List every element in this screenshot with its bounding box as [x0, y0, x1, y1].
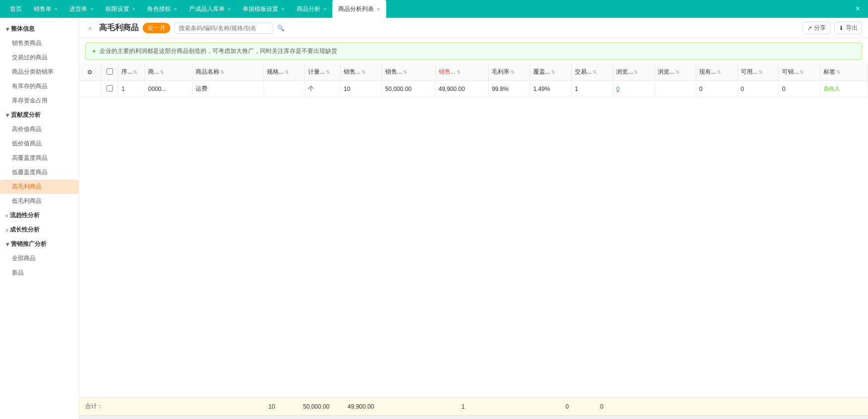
close-icon[interactable]: ×	[228, 6, 231, 12]
settings-column-header[interactable]: ⚙	[79, 64, 101, 81]
sort-icon: ⇅	[836, 69, 840, 75]
close-icon[interactable]: ×	[132, 6, 135, 12]
sidebar-item-high-value[interactable]: 高价值商品	[0, 122, 79, 137]
window-close-button[interactable]: ×	[852, 4, 864, 13]
close-icon[interactable]: ×	[54, 6, 57, 12]
row-views1[interactable]: 0	[613, 81, 655, 97]
row-seq: 1	[118, 81, 145, 97]
sidebar-item-in-stock[interactable]: 有库存的商品	[0, 79, 79, 93]
close-icon[interactable]: ×	[281, 6, 284, 12]
horizontal-scrollbar[interactable]	[79, 415, 868, 419]
sales-amount-column-header[interactable]: 销售...⇅	[382, 64, 435, 81]
select-all-checkbox[interactable]	[106, 68, 113, 75]
sidebar-item-traded-goods[interactable]: 交易过的商品	[0, 50, 79, 65]
table-container[interactable]: ⚙ 序...⇅ 商...⇅ 商品名称⇅	[79, 64, 868, 397]
footer-sales-qty: 10	[265, 403, 300, 410]
info-icon: ✦	[92, 48, 97, 55]
settings-icon[interactable]: ⚙	[87, 69, 93, 76]
sidebar-item-low-coverage[interactable]: 低覆盖度商品	[0, 165, 79, 180]
sort-icon: ⇅	[457, 69, 460, 75]
search-icon[interactable]: 🔍	[277, 25, 285, 32]
sort-icon: ⇅	[220, 69, 224, 75]
chevron-down-icon: ▾	[6, 112, 9, 119]
sidebar-item-category-rate[interactable]: 商品分类助销率	[0, 65, 79, 79]
tag-column-header[interactable]: 标签⇅	[820, 64, 868, 81]
search-input[interactable]	[174, 23, 273, 34]
content-area: « 高毛利商品 近一月 🔍 ↗ 分享 ⬇ 导出 ✦ 企业的主要的利润都是这部分商…	[79, 18, 868, 419]
sidebar-group-growth[interactable]: › 成长性分析	[0, 223, 79, 237]
salable-stock-column-header[interactable]: 可销...⇅	[779, 64, 820, 81]
sort-icon: ⇅	[160, 69, 164, 75]
row-views2	[655, 81, 696, 97]
share-icon: ↗	[807, 25, 812, 32]
name-column-header[interactable]: 商品名称⇅	[193, 64, 264, 81]
nav-tab-analysis-list[interactable]: 商品分析列表 ×	[332, 0, 386, 18]
available-stock-column-header[interactable]: 可用...⇅	[737, 64, 779, 81]
content-header: « 高毛利商品 近一月 🔍 ↗ 分享 ⬇ 导出	[79, 18, 868, 39]
sidebar-group-marketing[interactable]: ▾ 营销推广分析	[0, 237, 79, 251]
close-icon[interactable]: ×	[377, 6, 380, 12]
nav-tab-home[interactable]: 首页	[4, 0, 28, 18]
sidebar-item-low-value[interactable]: 低价值商品	[0, 137, 79, 151]
share-button[interactable]: ↗ 分享	[803, 22, 830, 34]
chevron-down-icon: ▾	[6, 241, 9, 248]
nav-tab-sales[interactable]: 销售单 ×	[28, 0, 63, 18]
close-icon[interactable]: ×	[323, 6, 326, 12]
transaction-column-header[interactable]: 交易...⇅	[571, 64, 613, 81]
filter-recent-month-button[interactable]: 近一月	[143, 23, 170, 33]
sort-icon: ⇅	[551, 69, 555, 75]
sort-icon: ⇅	[675, 69, 679, 75]
sidebar-item-new-goods[interactable]: 新品	[0, 266, 79, 280]
sort-icon: ⇅	[403, 69, 407, 75]
chevron-right-icon: ›	[6, 212, 8, 219]
row-transaction: 1	[571, 81, 613, 97]
sidebar-item-sales-goods[interactable]: 销售类商品	[0, 36, 79, 50]
export-button[interactable]: ⬇ 导出	[834, 22, 862, 34]
nav-tab-role[interactable]: 角色授权 ×	[141, 0, 183, 18]
sidebar-group-contribution[interactable]: ▾ 贡献度分析	[0, 108, 79, 122]
footer-sales-amount: 50,000.00	[300, 403, 345, 410]
row-gross-margin: 99.8%	[489, 81, 530, 97]
row-sales-qty: 10	[341, 81, 382, 97]
collapse-sidebar-button[interactable]: «	[85, 23, 95, 33]
views1-column-header[interactable]: 浏览...⇅	[613, 64, 655, 81]
footer-available-stock: 0	[597, 403, 632, 410]
sidebar-item-high-coverage[interactable]: 高覆盖度商品	[0, 151, 79, 165]
sales-profit-column-header[interactable]: 销售...⇅	[435, 64, 489, 81]
nav-tab-permission[interactable]: 权限设置 ×	[100, 0, 141, 18]
sales-qty-column-header[interactable]: 销售...⇅	[341, 64, 382, 81]
current-stock-column-header[interactable]: 现有...⇅	[696, 64, 737, 81]
top-nav: 首页 销售单 × 进货单 × 权限设置 × 角色授权 × 产成品入库单 × 单据…	[0, 0, 868, 18]
chevron-down-icon: ▾	[6, 26, 9, 33]
sort-icon: ⇅	[326, 69, 330, 75]
gross-margin-column-header[interactable]: 毛利率⇅	[489, 64, 530, 81]
views2-column-header[interactable]: 浏览...⇅	[655, 64, 696, 81]
sidebar-item-high-margin[interactable]: 高毛利商品	[0, 180, 79, 194]
nav-tab-purchase[interactable]: 进货单 ×	[63, 0, 99, 18]
nav-tab-product-in[interactable]: 产成品入库单 ×	[183, 0, 237, 18]
sidebar-group-trend[interactable]: › 流趋性分析	[0, 208, 79, 223]
sidebar-item-all-goods[interactable]: 全部商品	[0, 251, 79, 266]
sort-icon: ⇅	[593, 69, 597, 75]
row-code: 0000...	[145, 81, 193, 97]
sidebar-group-overall[interactable]: ▾ 整体信息	[0, 22, 79, 36]
spec-column-header[interactable]: 规格...⇅	[263, 64, 305, 81]
sort-icon: ⇅	[800, 69, 804, 75]
nav-tab-template[interactable]: 单据模板设置 ×	[237, 0, 290, 18]
close-icon[interactable]: ×	[174, 6, 177, 12]
sidebar-item-stock-fund[interactable]: 库存资金占用	[0, 93, 79, 108]
seq-column-header[interactable]: 序...⇅	[118, 64, 145, 81]
nav-tab-analysis[interactable]: 商品分析 ×	[291, 0, 332, 18]
sidebar: ▾ 整体信息 销售类商品 交易过的商品 商品分类助销率 有库存的商品 库存资金占…	[0, 18, 79, 419]
row-unit: 个	[305, 81, 341, 97]
coverage-column-header[interactable]: 覆盖...⇅	[530, 64, 571, 81]
info-banner: ✦ 企业的主要的利润都是这部分商品创造的，可考虑加大推广，同时关注库存是不要出现…	[85, 43, 862, 60]
row-checkbox[interactable]	[101, 81, 118, 97]
row-sales-amount: 50,000.00	[382, 81, 435, 97]
sidebar-item-low-margin[interactable]: 低毛利商品	[0, 194, 79, 208]
data-table: ⚙ 序...⇅ 商...⇅ 商品名称⇅	[79, 64, 868, 97]
unit-column-header[interactable]: 计量...⇅	[305, 64, 341, 81]
code-column-header[interactable]: 商...⇅	[145, 64, 193, 81]
page-title: 高毛利商品	[99, 23, 139, 33]
close-icon[interactable]: ×	[90, 6, 93, 12]
